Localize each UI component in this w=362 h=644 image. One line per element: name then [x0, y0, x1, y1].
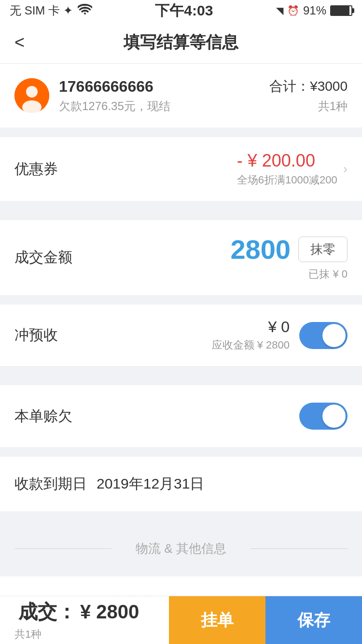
deal-amount-label: 成交金额	[14, 248, 72, 267]
bottom-count: 共1种	[14, 627, 154, 642]
deal-amount-value: 2800	[230, 234, 291, 265]
prepay-amount-value: ¥ 0	[268, 318, 290, 336]
due-date-value: 2019年12月31日	[97, 474, 204, 494]
section-gap-3	[0, 521, 362, 531]
prepay-label: 冲预收	[14, 325, 58, 345]
prepay-right: ¥ 0 应收金额 ¥ 2800	[212, 318, 348, 352]
hold-button[interactable]: 挂单	[169, 596, 265, 644]
alarm-icon: ⏰	[287, 5, 299, 16]
due-date-label: 收款到期日	[14, 474, 87, 494]
bottom-deal-text: 成交：	[18, 601, 76, 622]
total-label: 合计：¥3000	[269, 77, 348, 96]
section-divider-text: 物流 & 其他信息	[136, 540, 226, 557]
location-icon: ◥	[276, 5, 283, 16]
prepay-row: 冲预收 ¥ 0 应收金额 ¥ 2800	[0, 305, 362, 366]
customer-sub: 欠款1276.35元，现结	[59, 98, 170, 114]
coupon-desc: 全场6折满1000减200	[237, 173, 337, 187]
deal-amount-sub: 已抹 ¥ 0	[308, 267, 348, 281]
coupon-amount: - ¥ 200.00	[237, 151, 337, 171]
bottom-bar: 成交：¥ 2800 共1种 挂单 保存	[0, 596, 362, 644]
avatar	[14, 78, 49, 113]
credit-row: 本单赊欠	[0, 385, 362, 447]
sim-label: 无 SIM 卡 ✦	[10, 3, 73, 18]
credit-toggle[interactable]	[299, 403, 348, 430]
deal-amount-right: 2800 抹零 已抹 ¥ 0	[230, 234, 348, 281]
due-date-row: 收款到期日 2019年12月31日	[0, 457, 362, 511]
status-time: 下午4:03	[155, 1, 213, 21]
prepay-toggle[interactable]	[299, 322, 348, 349]
toggle-knob	[322, 324, 346, 347]
bottom-deal-label: 成交：¥ 2800	[14, 599, 154, 625]
divider-line-right	[251, 548, 348, 549]
customer-left: 17666666666 欠款1276.35元，现结	[14, 78, 170, 114]
coupon-label: 优惠券	[14, 159, 58, 179]
coupon-row[interactable]: 优惠券 - ¥ 200.00 全场6折满1000减200 ›	[0, 137, 362, 201]
deal-amount-row: 成交金额 2800 抹零 已抹 ¥ 0	[0, 220, 362, 295]
prepay-amounts: ¥ 0 应收金额 ¥ 2800	[212, 318, 290, 352]
save-button[interactable]: 保存	[265, 596, 362, 644]
prepay-section: 冲预收 ¥ 0 应收金额 ¥ 2800	[0, 305, 362, 366]
battery-icon	[330, 5, 352, 16]
credit-toggle-knob	[322, 405, 346, 428]
customer-row: 17666666666 欠款1276.35元，现结 合计：¥3000 共1种	[0, 64, 362, 127]
deal-amount-top: 2800 抹零	[230, 234, 348, 265]
round-button[interactable]: 抹零	[298, 237, 348, 262]
wifi-icon	[78, 4, 92, 17]
status-right: ◥ ⏰ 91%	[276, 4, 352, 17]
customer-total: 合计：¥3000 共1种	[269, 77, 348, 114]
credit-label: 本单赊欠	[14, 406, 72, 426]
nav-bar: < 填写结算等信息	[0, 21, 362, 64]
due-date-section: 收款到期日 2019年12月31日	[0, 457, 362, 511]
section-gap-1	[0, 210, 362, 220]
back-button[interactable]: <	[14, 32, 25, 53]
credit-section: 本单赊欠	[0, 385, 362, 447]
bottom-deal-amount: ¥ 2800	[80, 601, 139, 622]
total-count: 共1种	[269, 98, 348, 114]
chevron-right-icon: ›	[343, 161, 348, 177]
status-bar: 无 SIM 卡 ✦ 下午4:03 ◥ ⏰ 91%	[0, 0, 362, 21]
section-gap-2	[0, 376, 362, 385]
svg-point-1	[26, 86, 38, 98]
status-left: 无 SIM 卡 ✦	[10, 3, 92, 18]
prepay-sub: 应收金额 ¥ 2800	[212, 338, 290, 352]
divider-line-left	[14, 548, 111, 549]
bottom-info: 成交：¥ 2800 共1种	[0, 599, 169, 642]
coupon-right: - ¥ 200.00 全场6折满1000减200 ›	[237, 151, 348, 187]
section-divider: 物流 & 其他信息	[0, 531, 362, 567]
customer-info: 17666666666 欠款1276.35元，现结	[59, 78, 170, 114]
customer-phone: 17666666666	[59, 78, 170, 96]
battery-percent: 91%	[303, 4, 326, 17]
page-title: 填写结算等信息	[124, 31, 238, 54]
deal-amount-section: 成交金额 2800 抹零 已抹 ¥ 0	[0, 220, 362, 295]
